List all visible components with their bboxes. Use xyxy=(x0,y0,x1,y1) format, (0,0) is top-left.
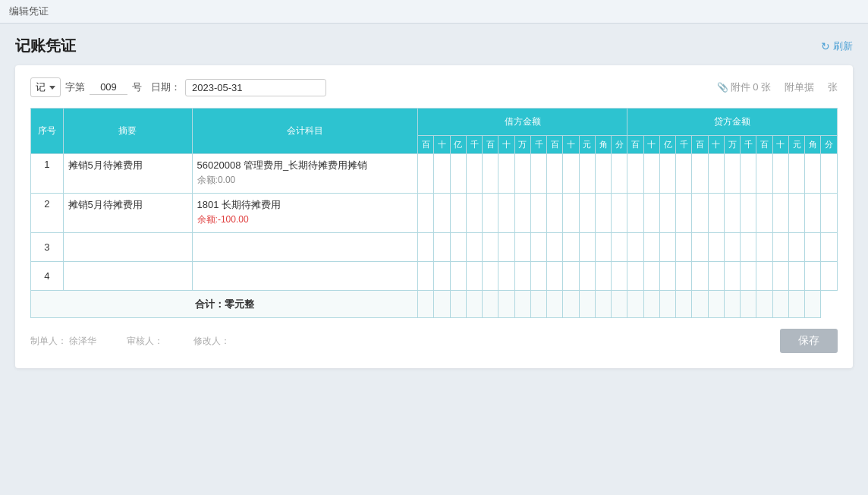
amount-cell[interactable] xyxy=(724,233,740,262)
amount-cell[interactable] xyxy=(418,262,434,291)
amount-cell[interactable] xyxy=(450,262,466,291)
amount-cell[interactable] xyxy=(676,262,692,291)
amount-cell[interactable] xyxy=(530,194,546,233)
amount-cell[interactable] xyxy=(821,233,838,262)
amount-cell[interactable] xyxy=(466,194,482,233)
amount-cell[interactable] xyxy=(724,194,740,233)
table-row[interactable]: 4 xyxy=(31,262,838,291)
amount-cell[interactable] xyxy=(434,233,450,262)
amount-cell[interactable] xyxy=(627,194,643,233)
amount-cell[interactable] xyxy=(595,262,611,291)
amount-cell[interactable] xyxy=(466,154,482,194)
amount-cell[interactable] xyxy=(659,194,675,233)
amount-cell[interactable] xyxy=(612,154,627,194)
amount-cell[interactable] xyxy=(708,194,724,233)
amount-cell[interactable] xyxy=(547,194,563,233)
date-input[interactable] xyxy=(185,79,326,96)
amount-cell[interactable] xyxy=(563,262,579,291)
amount-cell[interactable] xyxy=(483,262,498,291)
amount-cell[interactable] xyxy=(434,194,450,233)
amount-cell[interactable] xyxy=(498,194,514,233)
amount-cell[interactable] xyxy=(788,154,804,194)
amount-cell[interactable] xyxy=(708,262,724,291)
amount-cell[interactable] xyxy=(434,262,450,291)
amount-cell[interactable] xyxy=(579,154,595,194)
amount-cell[interactable] xyxy=(579,233,595,262)
amount-cell[interactable] xyxy=(741,233,756,262)
amount-cell[interactable] xyxy=(692,194,708,233)
summary-cell[interactable]: 摊销5月待摊费用 xyxy=(63,194,192,233)
amount-cell[interactable] xyxy=(627,262,643,291)
summary-cell[interactable]: 摊销5月待摊费用 xyxy=(63,154,192,194)
amount-cell[interactable] xyxy=(643,233,659,262)
amount-cell[interactable] xyxy=(788,194,804,233)
amount-cell[interactable] xyxy=(788,262,804,291)
amount-cell[interactable] xyxy=(595,194,611,233)
amount-cell[interactable] xyxy=(676,194,692,233)
attachment-link[interactable]: 📎 附件 0 张 xyxy=(717,80,771,94)
amount-cell[interactable] xyxy=(643,194,659,233)
amount-cell[interactable] xyxy=(772,194,788,233)
amount-cell[interactable] xyxy=(756,194,772,233)
amount-cell[interactable] xyxy=(676,233,692,262)
amount-cell[interactable] xyxy=(514,262,530,291)
amount-cell[interactable] xyxy=(418,154,434,194)
amount-cell[interactable] xyxy=(692,233,708,262)
amount-cell[interactable] xyxy=(434,154,450,194)
amount-cell[interactable] xyxy=(498,154,514,194)
zi-number-input[interactable] xyxy=(90,80,127,95)
amount-cell[interactable] xyxy=(563,233,579,262)
amount-cell[interactable] xyxy=(466,233,482,262)
amount-cell[interactable] xyxy=(692,154,708,194)
amount-cell[interactable] xyxy=(659,233,675,262)
amount-cell[interactable] xyxy=(756,262,772,291)
amount-cell[interactable] xyxy=(466,262,482,291)
amount-cell[interactable] xyxy=(450,194,466,233)
amount-cell[interactable] xyxy=(805,233,821,262)
amount-cell[interactable] xyxy=(530,154,546,194)
amount-cell[interactable] xyxy=(724,154,740,194)
amount-cell[interactable] xyxy=(772,233,788,262)
amount-cell[interactable] xyxy=(805,154,821,194)
amount-cell[interactable] xyxy=(708,154,724,194)
amount-cell[interactable] xyxy=(772,262,788,291)
amount-cell[interactable] xyxy=(579,262,595,291)
amount-cell[interactable] xyxy=(595,154,611,194)
amount-cell[interactable] xyxy=(563,154,579,194)
subject-cell[interactable]: 1801 长期待摊费用 余额:-100.00 xyxy=(192,194,418,233)
amount-cell[interactable] xyxy=(498,262,514,291)
amount-cell[interactable] xyxy=(547,262,563,291)
amount-cell[interactable] xyxy=(483,194,498,233)
table-row[interactable]: 1 摊销5月待摊费用 56020008 管理费用_长期待摊费用摊销 余额:0.0… xyxy=(31,154,838,194)
amount-cell[interactable] xyxy=(612,233,627,262)
subject-cell[interactable]: 56020008 管理费用_长期待摊费用摊销 余额:0.00 xyxy=(192,154,418,194)
amount-cell[interactable] xyxy=(821,154,838,194)
amount-cell[interactable] xyxy=(659,154,675,194)
amount-cell[interactable] xyxy=(450,233,466,262)
amount-cell[interactable] xyxy=(498,233,514,262)
attachment-single[interactable]: 附单据 xyxy=(785,80,814,94)
amount-cell[interactable] xyxy=(612,262,627,291)
amount-cell[interactable] xyxy=(418,233,434,262)
amount-cell[interactable] xyxy=(659,262,675,291)
amount-cell[interactable] xyxy=(692,262,708,291)
amount-cell[interactable] xyxy=(741,262,756,291)
amount-cell[interactable] xyxy=(483,233,498,262)
ji-select[interactable]: 记 xyxy=(30,77,61,97)
amount-cell[interactable] xyxy=(579,194,595,233)
amount-cell[interactable] xyxy=(547,233,563,262)
subject-cell[interactable] xyxy=(192,233,418,262)
save-button[interactable]: 保存 xyxy=(780,329,838,353)
amount-cell[interactable] xyxy=(514,194,530,233)
amount-cell[interactable] xyxy=(724,262,740,291)
amount-cell[interactable] xyxy=(805,262,821,291)
subject-cell[interactable] xyxy=(192,262,418,291)
amount-cell[interactable] xyxy=(483,154,498,194)
amount-cell[interactable] xyxy=(627,233,643,262)
amount-cell[interactable] xyxy=(563,194,579,233)
amount-cell[interactable] xyxy=(821,262,838,291)
amount-cell[interactable] xyxy=(418,194,434,233)
amount-cell[interactable] xyxy=(530,233,546,262)
table-row[interactable]: 2 摊销5月待摊费用 1801 长期待摊费用 余额:-100.00 xyxy=(31,194,838,233)
amount-cell[interactable] xyxy=(676,154,692,194)
